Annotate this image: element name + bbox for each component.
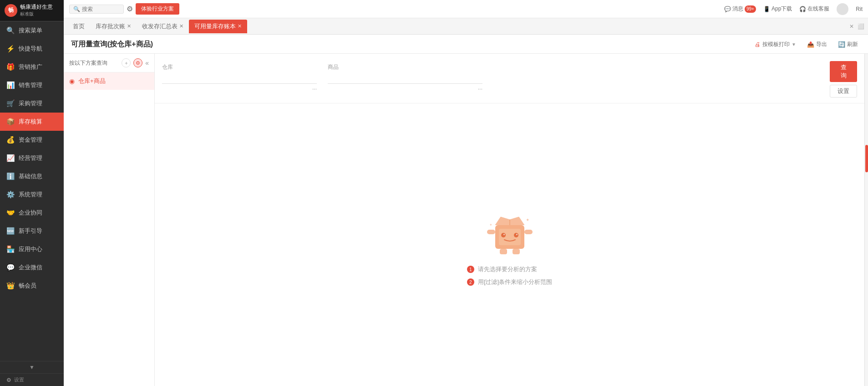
sidebar-icon: 📊 (6, 81, 15, 89)
search-icon: 🔍 (73, 6, 80, 12)
tab-close-inventory-batch[interactable]: ✕ (127, 24, 131, 29)
warehouse-filter-field: 仓库 ··· (162, 63, 317, 94)
sidebar-item-库存核算[interactable]: 📦库存核算 (0, 113, 64, 131)
empty-tip-1: 1 请先选择要分析的方案 (467, 265, 552, 273)
filter-scheme-warehouse-product[interactable]: ◉ 仓库+商品 (64, 72, 154, 90)
product-more-button[interactable]: ··· (478, 86, 482, 94)
tab-close-receive-send[interactable]: ✕ (179, 24, 183, 29)
sidebar-item-新手引导[interactable]: 🆕新手引导 (0, 222, 64, 240)
topbar-right: 💬 消息 99+ 📱 App下载 🎧 在线客服 Rit (724, 3, 863, 15)
sidebar-nav: 🔍搜索菜单⚡快捷导航🎁营销推广📊销售管理🛒采购管理📦库存核算💰资金管理📈经营管理… (0, 21, 64, 361)
sidebar-header: 畅 畅康通好生意 标准版 (0, 0, 64, 21)
filter-panel-icons: ＋ ⚙ « (122, 58, 149, 67)
settings-icon[interactable]: ⚙ (127, 5, 133, 13)
search-box[interactable]: 🔍 (69, 5, 124, 14)
svg-point-4 (503, 234, 505, 235)
topbar: 🔍 ⚙ 体验行业方案 💬 消息 99+ 📱 App下载 🎧 在线客服 Rit (64, 0, 868, 18)
warehouse-more-button[interactable]: ··· (312, 86, 317, 94)
sidebar-item-资金管理[interactable]: 💰资金管理 (0, 131, 64, 149)
sidebar: 畅 畅康通好生意 标准版 🔍搜索菜单⚡快捷导航🎁营销推广📊销售管理🛒采购管理📦库… (0, 0, 64, 386)
tab-home[interactable]: 首页 (67, 20, 90, 33)
scheme-icon: ◉ (69, 77, 75, 85)
svg-point-3 (514, 233, 518, 237)
dropdown-chevron-icon: ▼ (792, 42, 796, 47)
product-label: 商品 (328, 63, 482, 71)
maximize-window-button[interactable]: ⬜ (857, 23, 864, 30)
empty-tips: 1 请先选择要分析的方案 2 用[过滤]条件来缩小分析范围 (467, 265, 552, 286)
sidebar-item-基础信息[interactable]: ℹ️基础信息 (0, 167, 64, 185)
sidebar-item-营销推广[interactable]: 🎁营销推广 (0, 58, 64, 76)
sidebar-icon: 📦 (6, 118, 15, 126)
sidebar-item-快捷导航[interactable]: ⚡快捷导航 (0, 40, 64, 58)
sidebar-icon: ⚙️ (6, 190, 15, 199)
svg-rect-9 (500, 249, 507, 254)
add-scheme-button[interactable]: ＋ (122, 58, 131, 67)
svg-text:✦: ✦ (526, 217, 529, 222)
tab-receive-send-summary[interactable]: 收发存汇总表 ✕ (137, 20, 189, 33)
sidebar-icon: 📈 (6, 154, 15, 162)
filter-panel-header: 按以下方案查询 ＋ ⚙ « (64, 54, 154, 72)
collapse-panel-button[interactable]: « (145, 59, 149, 67)
content-area: 按以下方案查询 ＋ ⚙ « ◉ 仓库+商品 仓库 ··· (64, 54, 868, 386)
window-controls: ✕ ⬜ (848, 23, 864, 30)
tabs-bar: 首页 库存批次账 ✕ 收发存汇总表 ✕ 可用量库存账本 ✕ ✕ ⬜ (64, 18, 868, 35)
sidebar-item-搜索菜单[interactable]: 🔍搜索菜单 (0, 21, 64, 40)
refresh-icon: 🔄 (838, 41, 845, 48)
filter-panel-title: 按以下方案查询 (69, 59, 107, 67)
online-support-button[interactable]: 🎧 在线客服 (799, 5, 829, 13)
sidebar-item-销售管理[interactable]: 📊销售管理 (0, 76, 64, 94)
warehouse-input[interactable] (162, 73, 317, 84)
sidebar-item-应用中心[interactable]: 🏪应用中心 (0, 240, 64, 258)
sidebar-item-系统管理[interactable]: ⚙️系统管理 (0, 185, 64, 204)
sidebar-icon: 💰 (6, 136, 15, 144)
close-window-button[interactable]: ✕ (848, 23, 855, 30)
empty-state: ✦ ✦ · 1 请先选择要分析的方案 2 用[过滤]条件来缩小分析范围 (155, 103, 864, 386)
message-badge: 99+ (745, 5, 756, 13)
sidebar-item-企业协同[interactable]: 🤝企业协同 (0, 204, 64, 222)
username: Rit (856, 6, 863, 12)
filter-panel: 按以下方案查询 ＋ ⚙ « ◉ 仓库+商品 (64, 54, 155, 386)
svg-point-5 (516, 234, 518, 235)
app-download-button[interactable]: 📱 App下载 (763, 5, 792, 13)
product-input[interactable] (328, 73, 482, 84)
main-area: 🔍 ⚙ 体验行业方案 💬 消息 99+ 📱 App下载 🎧 在线客服 Rit (64, 0, 868, 386)
scheme-settings-button[interactable]: ⚙ (133, 58, 142, 67)
app-version: 标准版 (20, 11, 53, 17)
printer-icon: 🖨 (755, 41, 761, 48)
app-info: 畅康通好生意 标准版 (20, 4, 53, 17)
sidebar-icon: 🛒 (6, 99, 15, 108)
solution-button[interactable]: 体验行业方案 (136, 3, 179, 15)
tab-inventory-batch[interactable]: 库存批次账 ✕ (90, 20, 137, 33)
topbar-left: 🔍 ⚙ 体验行业方案 (69, 3, 721, 15)
sidebar-icon: 🆕 (6, 227, 15, 235)
product-filter-field: 商品 ··· (328, 63, 482, 94)
sidebar-item-畅会员[interactable]: 👑畅会员 (0, 277, 64, 295)
sidebar-item-企业微信[interactable]: 💬企业微信 (0, 258, 64, 277)
avatar[interactable] (837, 3, 848, 15)
tabs-bar-right: ✕ ⬜ (848, 23, 864, 30)
tab-available-inventory[interactable]: 可用量库存账本 ✕ (189, 20, 247, 33)
search-input[interactable] (82, 6, 118, 12)
export-button[interactable]: 📤 导出 (804, 39, 830, 50)
tab-close-available-inventory[interactable]: ✕ (238, 24, 242, 29)
sidebar-icon: 🎁 (6, 63, 15, 71)
messages-button[interactable]: 💬 消息 99+ (724, 5, 756, 13)
svg-rect-10 (513, 249, 520, 254)
app-logo: 畅 (5, 4, 17, 17)
refresh-button[interactable]: 🔄 刷新 (835, 39, 861, 50)
sidebar-icon: 💬 (6, 263, 15, 272)
sidebar-icon: 🏪 (6, 245, 15, 253)
phone-icon: 📱 (763, 6, 770, 12)
sidebar-scroll-down[interactable]: ▼ (0, 361, 64, 373)
column-setting-button[interactable]: 设置 (830, 85, 857, 98)
sidebar-item-采购管理[interactable]: 🛒采购管理 (0, 94, 64, 113)
right-scrollbar[interactable] (864, 54, 868, 386)
sidebar-icon: 👑 (6, 282, 15, 290)
sidebar-item-经营管理[interactable]: 📈经营管理 (0, 149, 64, 167)
print-button[interactable]: 🖨 按模板打印 ▼ (752, 39, 799, 50)
message-icon: 💬 (724, 6, 731, 12)
sidebar-icon: ℹ️ (6, 172, 15, 180)
query-button[interactable]: 查询 (830, 61, 857, 82)
sidebar-footer: ⚙ 设置 (0, 373, 64, 386)
svg-rect-7 (487, 230, 495, 234)
